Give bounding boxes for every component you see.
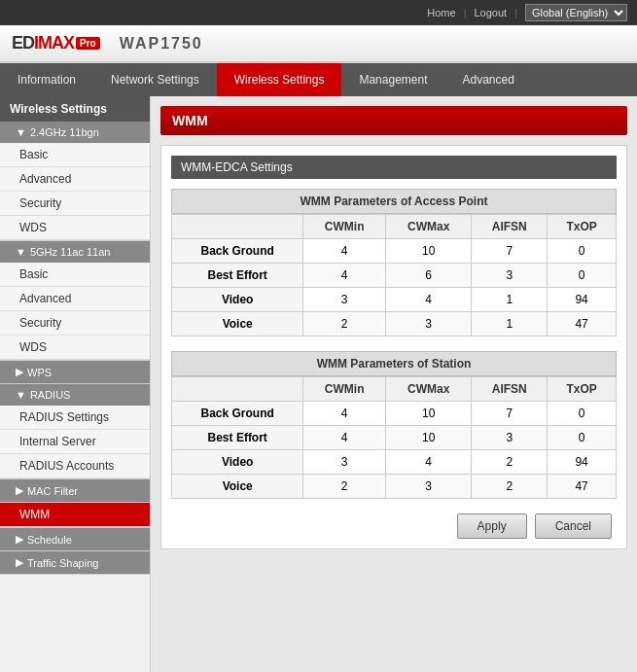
- table-row: Video 3 4 2 94: [172, 450, 617, 475]
- sidebar-item-5-advanced[interactable]: Advanced: [0, 287, 150, 311]
- sidebar-section-radius: ▼ RADIUS RADIUS Settings Internal Server…: [0, 384, 150, 479]
- ap-col-label: [172, 215, 303, 239]
- sidebar-traffic-header[interactable]: ▶ Traffic Shaping: [0, 551, 150, 574]
- sidebar-wps-header[interactable]: ▶ WPS: [0, 361, 150, 383]
- sidebar-item-24-wds[interactable]: WDS: [0, 216, 150, 240]
- ap-row2-cwmin: 4: [303, 264, 386, 288]
- nav-management[interactable]: Management: [341, 63, 444, 96]
- apply-button[interactable]: Apply: [457, 513, 527, 539]
- sidebar-title: Wireless Settings: [0, 96, 150, 122]
- sidebar-item-wmm[interactable]: WMM: [0, 503, 150, 527]
- sidebar-item-24-security[interactable]: Security: [0, 192, 150, 216]
- st-row3-label: Video: [172, 450, 303, 475]
- nav-bar: Information Network Settings Wireless Se…: [0, 63, 637, 96]
- ap-table: CWMin CWMax AIFSN TxOP Back Ground 4 10 …: [171, 214, 617, 336]
- sidebar-radius-header[interactable]: ▼ RADIUS: [0, 384, 150, 406]
- ap-col-aifsn: AIFSN: [472, 215, 548, 239]
- ap-row1-cwmax: 10: [385, 239, 471, 264]
- box-title: WMM-EDCA Settings: [171, 156, 617, 179]
- top-bar: Home | Logout | Global (English): [0, 0, 637, 25]
- page-title: WMM: [160, 106, 627, 135]
- main-layout: Wireless Settings ▼ 2.4GHz 11bgn Basic A…: [0, 96, 637, 672]
- st-row3-cwmax: 4: [385, 450, 471, 475]
- ap-row3-cwmin: 3: [303, 288, 386, 312]
- arrow-icon-traffic: ▶: [16, 556, 23, 569]
- ap-row4-cwmin: 2: [303, 312, 386, 336]
- station-section-title: WMM Parameters of Station: [171, 351, 617, 376]
- ap-row2-label: Best Effort: [172, 264, 303, 288]
- button-row: Apply Cancel: [171, 513, 617, 539]
- ap-row2-txop: 0: [548, 264, 617, 288]
- nav-wireless-settings[interactable]: Wireless Settings: [217, 63, 342, 96]
- table-row: Video 3 4 1 94: [172, 288, 617, 312]
- home-link[interactable]: Home: [427, 7, 455, 18]
- st-row2-cwmin: 4: [303, 426, 386, 450]
- sidebar-section-mac-filter: ▶ MAC Filter: [0, 479, 150, 503]
- sidebar-section-schedule: ▶ Schedule: [0, 528, 150, 551]
- table-row: Back Ground 4 10 7 0: [172, 402, 617, 426]
- ap-row3-aifsn: 1: [472, 288, 548, 312]
- sidebar-5ghz-header[interactable]: ▼ 5GHz 11ac 11an: [0, 241, 150, 263]
- table-row: Back Ground 4 10 7 0: [172, 239, 617, 264]
- st-row1-label: Back Ground: [172, 402, 303, 426]
- st-row3-cwmin: 3: [303, 450, 386, 475]
- sidebar-item-24-advanced[interactable]: Advanced: [0, 167, 150, 192]
- sidebar-item-5-wds[interactable]: WDS: [0, 336, 150, 360]
- ap-row1-label: Back Ground: [172, 239, 303, 264]
- st-row4-aifsn: 2: [472, 475, 548, 499]
- st-row4-label: Voice: [172, 475, 303, 499]
- ap-row4-aifsn: 1: [472, 312, 548, 336]
- table-row: Voice 2 3 1 47: [172, 312, 617, 336]
- table-row: Best Effort 4 6 3 0: [172, 264, 617, 288]
- sidebar-section-wmm: WMM: [0, 503, 150, 528]
- arrow-icon-5g: ▼: [16, 246, 26, 258]
- arrow-icon-mac: ▶: [16, 484, 23, 497]
- sidebar-24ghz-header[interactable]: ▼ 2.4GHz 11bgn: [0, 122, 150, 143]
- cancel-button[interactable]: Cancel: [535, 513, 612, 539]
- language-select[interactable]: Global (English): [525, 4, 627, 21]
- table-row: Best Effort 4 10 3 0: [172, 426, 617, 450]
- ap-row4-label: Voice: [172, 312, 303, 336]
- sidebar-item-5-basic[interactable]: Basic: [0, 263, 150, 287]
- sidebar-section-wps: ▶ WPS: [0, 361, 150, 384]
- st-row2-cwmax: 10: [385, 426, 471, 450]
- arrow-icon-radius: ▼: [16, 389, 26, 401]
- ap-col-cwmin: CWMin: [303, 215, 386, 239]
- st-row2-txop: 0: [548, 426, 617, 450]
- nav-network-settings[interactable]: Network Settings: [93, 63, 217, 96]
- table-row: Voice 2 3 2 47: [172, 475, 617, 499]
- ap-section: WMM Parameters of Access Point CWMin CWM…: [171, 189, 617, 336]
- ap-row4-cwmax: 3: [385, 312, 471, 336]
- ap-col-cwmax: CWMax: [385, 215, 471, 239]
- nav-information[interactable]: Information: [0, 63, 93, 96]
- ap-row2-aifsn: 3: [472, 264, 548, 288]
- content-box: WMM-EDCA Settings WMM Parameters of Acce…: [160, 145, 627, 549]
- st-row4-txop: 47: [548, 475, 617, 499]
- st-col-cwmin: CWMin: [303, 377, 386, 402]
- sidebar-item-5-security[interactable]: Security: [0, 311, 150, 336]
- st-row3-aifsn: 2: [472, 450, 548, 475]
- ap-row3-txop: 94: [548, 288, 617, 312]
- arrow-icon: ▼: [16, 126, 26, 138]
- device-name: WAP1750: [120, 35, 203, 53]
- ap-row1-cwmin: 4: [303, 239, 386, 264]
- sidebar-item-radius-settings[interactable]: RADIUS Settings: [0, 406, 150, 430]
- st-row1-txop: 0: [548, 402, 617, 426]
- sidebar-item-internal-server[interactable]: Internal Server: [0, 430, 150, 454]
- sidebar-schedule-header[interactable]: ▶ Schedule: [0, 528, 150, 550]
- sidebar: Wireless Settings ▼ 2.4GHz 11bgn Basic A…: [0, 96, 151, 672]
- st-row1-cwmax: 10: [385, 402, 471, 426]
- ap-row1-txop: 0: [548, 239, 617, 264]
- logo-bar: EDIMAXPro WAP1750: [0, 25, 637, 63]
- station-section: WMM Parameters of Station CWMin CWMax AI…: [171, 351, 617, 499]
- logo: EDIMAXPro WAP1750: [12, 33, 203, 53]
- sidebar-item-24-basic[interactable]: Basic: [0, 143, 150, 167]
- st-row1-aifsn: 7: [472, 402, 548, 426]
- sidebar-item-radius-accounts[interactable]: RADIUS Accounts: [0, 454, 150, 478]
- sidebar-mac-header[interactable]: ▶ MAC Filter: [0, 479, 150, 502]
- st-row2-aifsn: 3: [472, 426, 548, 450]
- station-table: CWMin CWMax AIFSN TxOP Back Ground 4 10 …: [171, 376, 617, 499]
- nav-advanced[interactable]: Advanced: [444, 63, 531, 96]
- logout-link[interactable]: Logout: [474, 7, 507, 18]
- st-row1-cwmin: 4: [303, 402, 386, 426]
